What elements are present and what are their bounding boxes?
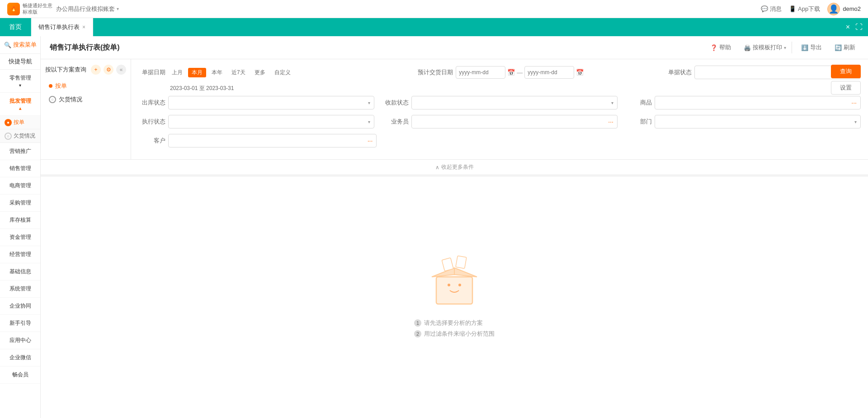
sidebar-item-wechat[interactable]: 企业微信 <box>0 349 40 366</box>
goods-more-icon[interactable]: ··· <box>851 99 857 106</box>
salesperson-more-icon[interactable]: ··· <box>608 118 613 125</box>
date-btn-more[interactable]: 更多 <box>251 68 269 77</box>
page-header: 销售订单执行表(按单) ❓ 帮助 🖨️ 按模板打印 ▾ ⬇️ 导出 🔄 刷新 <box>41 36 868 59</box>
expected-delivery-label: 预计交货日期 <box>418 68 453 76</box>
svg-point-6 <box>458 284 461 286</box>
sidebar-item-member[interactable]: 畅会员 <box>0 366 40 384</box>
department-label: 部门 <box>625 118 652 126</box>
svg-rect-4 <box>456 256 467 268</box>
sidebar-item-sales[interactable]: 销售管理 <box>0 160 40 177</box>
expand-window-button[interactable]: ⛶ <box>854 21 864 33</box>
calendar-start-icon[interactable]: 📅 <box>507 69 515 76</box>
goods-input-area[interactable]: ··· <box>655 96 861 109</box>
export-button[interactable]: ⬇️ 导出 <box>797 42 826 53</box>
sidebar-item-appstore[interactable]: 应用中心 <box>0 332 40 349</box>
close-window-button[interactable]: × <box>844 21 852 33</box>
scheme-nav-by-owed[interactable]: ○ 欠货情况 <box>45 93 126 106</box>
print-button[interactable]: 🖨️ 按模板打印 ▾ <box>740 42 792 53</box>
delivery-status-label: 出库状态 <box>138 99 165 107</box>
main-layout: 🔍 搜索菜单 快捷导航 零售管理 ▾ 批发管理 ▴ ● 按单 ○ 欠货情况 营销… <box>0 36 868 418</box>
tab-close-icon[interactable]: × <box>82 24 85 30</box>
bill-date-field: 单据日期 上月 本月 本年 近7天 更多 自定义 <box>138 68 410 77</box>
calendar-end-icon[interactable]: 📅 <box>576 69 584 76</box>
refresh-icon: 🔄 <box>835 44 842 51</box>
date-btn-last-7-days[interactable]: 近7天 <box>228 68 249 77</box>
sidebar-item-purchase[interactable]: 采购管理 <box>0 195 40 212</box>
help-button[interactable]: ❓ 帮助 <box>707 42 735 53</box>
empty-state: 1 请先选择要分析的方案 2 用过滤条件来缩小分析范围 <box>41 177 868 418</box>
sidebar-item-basic[interactable]: 基础信息 <box>0 263 40 280</box>
date-start-input[interactable] <box>456 66 505 79</box>
tab-home[interactable]: 首页 <box>0 18 31 36</box>
sidebar-item-enterprise[interactable]: 企业协同 <box>0 298 40 315</box>
add-scheme-button[interactable]: + <box>91 65 101 75</box>
top-bar-left: 🔥 畅捷通好生意 标准版 办公用品行业模拟账套 ▾ <box>7 3 119 15</box>
mobile-icon: 📱 <box>789 5 796 12</box>
customer-input-area[interactable]: ··· <box>168 134 377 147</box>
refresh-button[interactable]: 🔄 刷新 <box>831 42 859 53</box>
username-label: demo2 <box>843 5 861 12</box>
date-separator: — <box>517 69 523 76</box>
date-end-input[interactable] <box>524 66 574 79</box>
date-range-display: 2023-03-01 至 2023-03-31 <box>138 85 861 96</box>
exec-status-select[interactable]: ▾ <box>168 115 374 128</box>
collapse-scheme-button[interactable]: « <box>116 65 126 75</box>
tab-bar: 首页 销售订单执行表 × × ⛶ <box>0 18 868 36</box>
edit-scheme-button[interactable]: ⚙ <box>104 65 113 75</box>
print-dropdown-icon[interactable]: ▾ <box>784 45 786 50</box>
goods-field: 商品 ··· <box>625 96 861 109</box>
search-menu-button[interactable]: 🔍 搜索菜单 <box>0 36 40 54</box>
sidebar-item-newuser[interactable]: 新手引导 <box>0 315 40 332</box>
receipt-status-arrow-icon: ▾ <box>611 100 613 105</box>
date-btn-last-month[interactable]: 上月 <box>168 68 186 77</box>
sidebar-item-inventory[interactable]: 库存核算 <box>0 212 40 229</box>
filter-row-1: 单据日期 上月 本月 本年 近7天 更多 自定义 预计交货日期 <box>138 66 861 79</box>
header-actions: ❓ 帮助 🖨️ 按模板打印 ▾ ⬇️ 导出 🔄 刷新 <box>707 42 859 53</box>
sidebar-subitem-owed[interactable]: ○ 欠货情况 <box>0 129 40 143</box>
query-button[interactable]: 查询 <box>831 65 861 78</box>
empty-hint-1: 1 请先选择要分析的方案 <box>414 319 495 327</box>
filter-fields-panel: 单据日期 上月 本月 本年 近7天 更多 自定义 预计交货日期 <box>131 59 868 159</box>
filter-scheme-icons: + ⚙ « <box>91 65 126 75</box>
filter-row-3: 执行状态 ▾ 业务员 ··· <box>138 115 861 128</box>
sidebar-subitem-by-order[interactable]: ● 按单 <box>0 116 40 129</box>
scheme-nav-by-order[interactable]: 按单 <box>45 79 126 93</box>
customer-more-icon[interactable]: ··· <box>368 137 373 144</box>
sidebar-item-wholesale[interactable]: 批发管理 ▴ <box>0 93 40 116</box>
page-title: 销售订单执行表(按单) <box>50 43 120 52</box>
date-btn-custom[interactable]: 自定义 <box>271 68 294 77</box>
hint-number-2: 2 <box>414 330 421 337</box>
filter-row-4: 客户 ··· <box>138 134 861 147</box>
breadcrumb-chevron-icon[interactable]: ▾ <box>117 6 119 11</box>
department-select[interactable]: ▾ <box>655 115 861 128</box>
expected-delivery-field: 预计交货日期 📅 — 📅 <box>418 66 657 79</box>
tab-active[interactable]: 销售订单执行表 × <box>31 18 93 36</box>
sidebar-item-retail[interactable]: 零售管理 ▾ <box>0 70 40 93</box>
date-btn-this-month[interactable]: 本月 <box>188 68 206 77</box>
delivery-status-arrow-icon: ▾ <box>368 100 370 105</box>
goods-label: 商品 <box>625 99 652 107</box>
salesperson-input-area[interactable]: ··· <box>411 115 618 128</box>
app-download-button[interactable]: 📱 App下载 <box>789 5 820 13</box>
message-button[interactable]: 💬 消息 <box>761 5 782 13</box>
sidebar-item-system[interactable]: 系统管理 <box>0 280 40 298</box>
empty-hint-2: 2 用过滤条件来缩小分析范围 <box>414 330 495 338</box>
quick-nav-button[interactable]: 快捷导航 <box>0 54 40 70</box>
logo-icon: 🔥 <box>7 3 20 15</box>
collapse-bar[interactable]: ∧ 收起更多条件 <box>41 160 868 175</box>
delivery-status-select[interactable]: ▾ <box>168 96 374 109</box>
logo-area[interactable]: 🔥 畅捷通好生意 标准版 <box>7 3 52 15</box>
receipt-status-select[interactable]: ▾ <box>411 96 618 109</box>
sidebar-item-marketing[interactable]: 营销推广 <box>0 143 40 160</box>
filter-scheme-title: 按以下方案查询 <box>45 66 86 74</box>
user-area[interactable]: 👤 demo2 <box>827 3 861 15</box>
breadcrumb: 办公用品行业模拟账套 ▾ <box>56 5 119 13</box>
settings-button[interactable]: 设置 <box>831 81 861 95</box>
sidebar-item-ecommerce[interactable]: 电商管理 <box>0 177 40 195</box>
date-btn-this-year[interactable]: 本年 <box>208 68 226 77</box>
bill-status-label: 单据状态 <box>665 68 692 76</box>
sidebar-item-operations[interactable]: 经营管理 <box>0 246 40 263</box>
sidebar-item-finance[interactable]: 资金管理 <box>0 229 40 246</box>
active-dot: ● <box>5 119 12 126</box>
active-nav-dot <box>49 84 52 88</box>
